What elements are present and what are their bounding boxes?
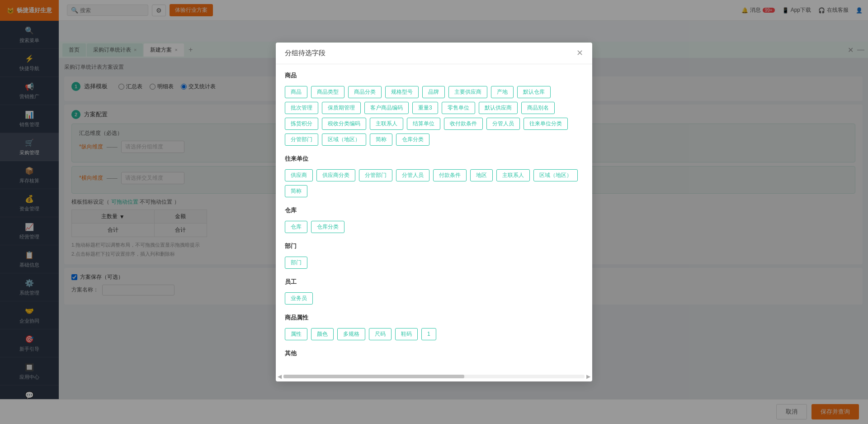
scroll-right-btn[interactable]: ▶ xyxy=(586,373,590,380)
modal-hscrollbar[interactable]: ◀ ▶ xyxy=(276,373,592,381)
field-tag-custom1[interactable]: 1 xyxy=(421,328,436,340)
field-tag-attribute[interactable]: 属性 xyxy=(285,328,307,340)
section-employee-title: 员工 xyxy=(285,278,583,288)
field-tag-color[interactable]: 颜色 xyxy=(311,328,334,340)
section-product-attr: 商品属性 属性 颜色 多规格 尺码 鞋码 1 xyxy=(285,314,583,340)
field-tag-product-type[interactable]: 商品类型 xyxy=(311,86,344,98)
section-product-grid: 商品 商品类型 商品分类 规格型号 品牌 主要供应商 产地 默认仓库 批次管理 … xyxy=(285,86,583,146)
field-tag-retail-unit[interactable]: 零售单位 xyxy=(442,102,475,114)
field-tag-supplier[interactable]: 供应商 xyxy=(285,169,313,181)
field-tag-brand[interactable]: 品牌 xyxy=(422,86,445,98)
section-partner-grid: 供应商 供应商分类 分管部门 分管人员 付款条件 地区 主联系人 区域（地区） … xyxy=(285,169,583,197)
field-tag-batch-mgmt[interactable]: 批次管理 xyxy=(285,102,318,114)
field-tag-shoe-size[interactable]: 鞋码 xyxy=(395,328,418,340)
modal-overlay: 分组待选字段 ✕ 商品 商品 商品类型 商品分类 规格型号 品牌 主要供应商 产… xyxy=(0,0,868,424)
field-tag-product[interactable]: 商品 xyxy=(285,86,307,98)
modal-body[interactable]: 商品 商品 商品类型 商品分类 规格型号 品牌 主要供应商 产地 默认仓库 批次… xyxy=(276,64,592,374)
field-tag-payment-cond[interactable]: 付款条件 xyxy=(433,169,467,181)
modal-close-btn[interactable]: ✕ xyxy=(576,49,583,57)
field-tag-pick-points[interactable]: 拣货积分 xyxy=(285,118,318,130)
field-tag-main-contact2[interactable]: 主联系人 xyxy=(496,169,530,181)
field-tag-size[interactable]: 尺码 xyxy=(369,328,392,340)
section-dept-grid: 部门 xyxy=(285,257,583,269)
field-tag-dept[interactable]: 分管部门 xyxy=(285,133,318,146)
section-employee: 员工 业务员 xyxy=(285,278,583,305)
section-warehouse-grid: 仓库 仓库分类 xyxy=(285,221,583,233)
field-tag-supervisor[interactable]: 分管人员 xyxy=(486,118,520,130)
field-tag-multi-spec[interactable]: 多规格 xyxy=(337,328,365,340)
field-tag-product-category[interactable]: 商品分类 xyxy=(348,86,382,98)
section-employee-grid: 业务员 xyxy=(285,292,583,305)
field-tag-main-contact[interactable]: 主联系人 xyxy=(370,118,403,130)
field-tag-partner-dept[interactable]: 分管部门 xyxy=(359,169,392,181)
section-other-title: 其他 xyxy=(285,349,583,359)
field-tag-shelf-life[interactable]: 保质期管理 xyxy=(322,102,361,114)
field-tag-salesperson[interactable]: 业务员 xyxy=(285,292,313,305)
field-tag-abbr2[interactable]: 简称 xyxy=(285,185,307,197)
section-dept: 部门 部门 xyxy=(285,242,583,269)
field-tag-customer-code[interactable]: 客户商品编码 xyxy=(364,102,409,114)
modal-title: 分组待选字段 xyxy=(285,49,326,57)
field-tag-tax-code[interactable]: 税收分类编码 xyxy=(322,118,366,130)
section-partner-title: 往来单位 xyxy=(285,155,583,165)
section-product-attr-title: 商品属性 xyxy=(285,314,583,324)
field-tag-alias[interactable]: 商品别名 xyxy=(521,102,555,114)
section-warehouse: 仓库 仓库 仓库分类 xyxy=(285,206,583,233)
field-tag-warehouse-type[interactable]: 仓库分类 xyxy=(311,221,344,233)
section-product: 商品 商品 商品类型 商品分类 规格型号 品牌 主要供应商 产地 默认仓库 批次… xyxy=(285,71,583,146)
field-tag-spec-model[interactable]: 规格型号 xyxy=(385,86,419,98)
field-tag-partner-manager[interactable]: 分管人员 xyxy=(396,169,429,181)
field-tag-dept-only[interactable]: 部门 xyxy=(285,257,307,269)
field-tag-warehouse-category[interactable]: 仓库分类 xyxy=(396,133,429,146)
field-tag-main-supplier[interactable]: 主要供应商 xyxy=(448,86,487,98)
section-warehouse-title: 仓库 xyxy=(285,206,583,216)
modal-dialog: 分组待选字段 ✕ 商品 商品 商品类型 商品分类 规格型号 品牌 主要供应商 产… xyxy=(276,43,592,382)
field-tag-default-supplier[interactable]: 默认供应商 xyxy=(479,102,518,114)
section-partner: 往来单位 供应商 供应商分类 分管部门 分管人员 付款条件 地区 主联系人 区域… xyxy=(285,155,583,197)
section-product-title: 商品 xyxy=(285,71,583,81)
field-tag-partner-category[interactable]: 往来单位分类 xyxy=(524,118,568,130)
field-tag-settlement-unit[interactable]: 结算单位 xyxy=(407,118,440,130)
field-tag-payment-terms[interactable]: 收付款条件 xyxy=(444,118,483,130)
field-tag-region2[interactable]: 区域（地区） xyxy=(533,169,578,181)
field-tag-warehouse[interactable]: 仓库 xyxy=(285,221,307,233)
field-tag-weight3[interactable]: 重量3 xyxy=(412,102,438,114)
field-tag-region[interactable]: 区域（地区） xyxy=(322,133,366,146)
section-other: 其他 xyxy=(285,349,583,364)
field-tag-abbr[interactable]: 简称 xyxy=(370,133,392,146)
scroll-thumb xyxy=(283,375,464,378)
field-tag-default-warehouse[interactable]: 默认仓库 xyxy=(517,86,551,98)
field-tag-origin[interactable]: 产地 xyxy=(491,86,514,98)
modal-header: 分组待选字段 ✕ xyxy=(276,43,592,64)
field-tag-area[interactable]: 地区 xyxy=(470,169,493,181)
field-tag-supplier-category[interactable]: 供应商分类 xyxy=(316,169,355,181)
scroll-left-btn[interactable]: ◀ xyxy=(278,373,282,380)
section-dept-title: 部门 xyxy=(285,242,583,252)
section-product-attr-grid: 属性 颜色 多规格 尺码 鞋码 1 xyxy=(285,328,583,340)
